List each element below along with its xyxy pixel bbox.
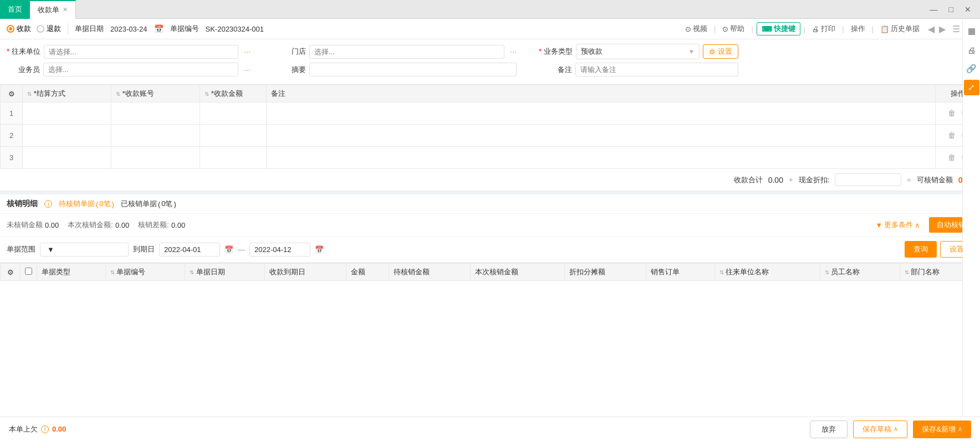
col-b-number: ⇅ 单据编号	[105, 264, 185, 281]
radio-receipt[interactable]: 收款	[7, 24, 31, 34]
delete-icon-2[interactable]: 🗑	[946, 130, 958, 141]
help-btn[interactable]: ⊙ 帮助	[719, 23, 748, 35]
filter-icon: ▼	[875, 221, 882, 229]
amount-input-3[interactable]	[200, 147, 266, 168]
remark-input-1[interactable]	[267, 102, 935, 124]
cell-remark-3[interactable]	[267, 147, 936, 169]
sidebar-print-icon[interactable]: 🖨	[964, 42, 979, 58]
settlement-input-3[interactable]	[23, 147, 111, 168]
col-header-gear[interactable]: ⚙	[1, 85, 23, 102]
calendar-to-icon[interactable]: 📅	[315, 245, 324, 254]
calendar-icon[interactable]: 📅	[154, 24, 164, 33]
save-draft-button[interactable]: 保存草稿 ∧	[853, 421, 907, 438]
settlement-input-2[interactable]	[23, 125, 111, 146]
gear-icon[interactable]: ⚙	[8, 90, 15, 98]
reconcile-info-icon[interactable]: i	[44, 200, 52, 208]
form-settings-button[interactable]: ⚙ 设置	[703, 44, 738, 59]
unreconciled-label: 未核销金额	[7, 220, 43, 230]
sidebar-expand-icon[interactable]: ⤢	[964, 80, 979, 95]
settlement-input-1[interactable]	[23, 102, 111, 124]
delete-icon-3[interactable]: 🗑	[946, 152, 958, 163]
counterparty-more-icon[interactable]: ···	[244, 47, 251, 56]
calendar-from-icon[interactable]: 📅	[224, 245, 233, 254]
discount-label: 现金折扣:	[799, 175, 830, 185]
col-b-amount: 金额	[346, 264, 389, 281]
tab-receipt[interactable]: 收款单 ✕	[30, 0, 76, 19]
counterparty-input[interactable]	[44, 45, 239, 59]
staff-more-icon[interactable]: ···	[244, 65, 251, 74]
close-button[interactable]: ✕	[961, 4, 974, 15]
col-b-current: 本次核销金额	[471, 264, 565, 281]
discount-input[interactable]	[835, 173, 901, 186]
store-input[interactable]	[309, 45, 504, 59]
maximize-button[interactable]: □	[946, 4, 957, 15]
save-new-button[interactable]: 保存&新增 ∧	[913, 421, 971, 438]
col-b-check[interactable]	[21, 264, 37, 281]
cell-account-3[interactable]	[111, 147, 200, 169]
range-select[interactable]: ▼	[40, 243, 129, 257]
staff-input[interactable]	[43, 63, 238, 76]
store-more-icon[interactable]: ···	[510, 47, 517, 56]
account-input-1[interactable]	[111, 102, 200, 124]
date-to-input[interactable]	[249, 243, 310, 257]
print-btn[interactable]: 🖨 打印	[809, 23, 839, 35]
gear-icon[interactable]: ⚙	[7, 268, 14, 276]
per-slip-info-icon[interactable]: i	[41, 425, 49, 433]
range-label: 单据范围	[7, 244, 35, 254]
query-button[interactable]: 查询	[905, 241, 937, 258]
row-num-1: 1	[1, 102, 23, 125]
video-btn[interactable]: ⊙ 视频	[682, 23, 711, 35]
cell-remark-2[interactable]	[267, 125, 936, 147]
remark-input-3[interactable]	[267, 147, 935, 168]
amount-input-2[interactable]	[200, 125, 266, 146]
filter-row: 单据范围 ▼ 到期日 📅 — 📅	[7, 243, 898, 257]
sidebar-table-icon[interactable]: ▦	[964, 23, 979, 39]
cell-amount-2[interactable]	[200, 125, 267, 147]
table-wrapper: ⚙ ⇅ *结算方式 ⇅ *收款账号 ⇅ *收款金额	[0, 85, 980, 169]
col-b-order: 销售订单	[646, 264, 715, 281]
cell-settlement-2[interactable]	[23, 125, 111, 147]
radio-refund[interactable]: 退款	[37, 24, 61, 34]
tab-close-icon[interactable]: ✕	[63, 6, 68, 13]
more-conditions-btn[interactable]: ▼ 更多条件 ∧	[875, 220, 920, 230]
cell-amount-1[interactable]	[200, 102, 267, 125]
remark-input-2[interactable]	[267, 125, 935, 146]
nav-next-icon[interactable]: ▶	[937, 24, 947, 34]
diff-value: 0.00	[171, 221, 185, 229]
nav-prev-icon[interactable]: ◀	[926, 24, 936, 34]
pending-count-value: 0笔	[99, 199, 110, 209]
delete-icon-1[interactable]: 🗑	[946, 107, 958, 119]
pending-tab[interactable]: 待核销单据 ( 0笔 )	[59, 199, 114, 209]
cell-account-2[interactable]	[111, 125, 200, 147]
account-input-3[interactable]	[111, 147, 200, 168]
tab-home[interactable]: 首页	[0, 0, 30, 19]
current-label: 本次核销金额:	[68, 220, 113, 230]
abandon-button[interactable]: 放弃	[810, 421, 848, 438]
cell-remark-1[interactable]	[267, 102, 936, 125]
chevron-down-icon: ▼	[47, 245, 54, 254]
cell-settlement-3[interactable]	[23, 147, 111, 169]
col-header-account: ⇅ *收款账号	[111, 85, 200, 102]
sidebar-link-icon[interactable]: 🔗	[964, 61, 979, 76]
amount-input-1[interactable]	[200, 102, 266, 124]
shortcut-label: 快捷键	[774, 24, 795, 34]
business-type-select[interactable]: 预收款 ▼	[576, 44, 700, 59]
done-tab[interactable]: 已核销单据 ( 0笔 )	[121, 199, 176, 209]
col-b-gear[interactable]: ⚙	[1, 264, 21, 281]
save-new-chevron-icon: ∧	[958, 425, 962, 433]
cell-account-1[interactable]	[111, 102, 200, 125]
receipt-table: ⚙ ⇅ *结算方式 ⇅ *收款账号 ⇅ *收款金额	[0, 85, 980, 169]
account-input-2[interactable]	[111, 125, 200, 146]
layout-list-icon[interactable]: ☰	[951, 24, 962, 34]
cell-settlement-1[interactable]	[23, 102, 111, 125]
minimize-button[interactable]: —	[927, 4, 941, 15]
cell-amount-3[interactable]	[200, 147, 267, 169]
summary-input[interactable]	[309, 63, 517, 76]
help-icon: ⊙	[722, 25, 728, 33]
history-btn[interactable]: 📋 历史单据	[877, 23, 923, 35]
remark-input[interactable]	[575, 63, 738, 76]
select-all-checkbox[interactable]	[25, 268, 32, 275]
shortcut-btn[interactable]: ⌨ 快捷键	[757, 22, 800, 35]
operation-btn[interactable]: 操作	[848, 23, 869, 35]
date-from-input[interactable]	[159, 243, 220, 257]
